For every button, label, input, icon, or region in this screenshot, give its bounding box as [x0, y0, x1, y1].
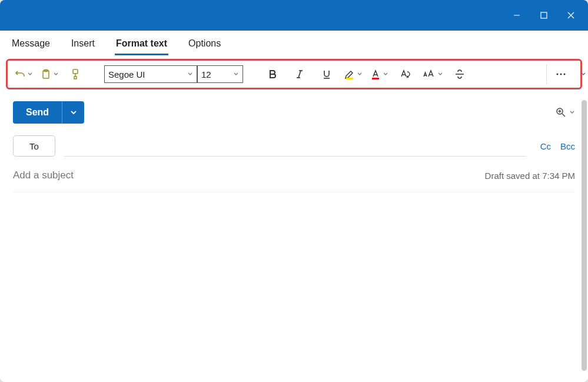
- svg-point-15: [560, 74, 562, 75]
- cc-link[interactable]: Cc: [540, 141, 551, 151]
- tab-format-text[interactable]: Format text: [115, 32, 168, 55]
- font-controls: Segoe UI 12: [104, 65, 243, 83]
- subject-input[interactable]: [13, 170, 350, 181]
- close-button[interactable]: [557, 4, 584, 27]
- svg-rect-11: [346, 78, 353, 79]
- send-group: Send: [13, 101, 84, 124]
- maximize-button[interactable]: [530, 4, 557, 27]
- strikethrough-button[interactable]: [449, 64, 470, 85]
- svg-rect-12: [372, 78, 379, 79]
- compose-window: Message Insert Format text Options: [0, 0, 588, 382]
- underline-button[interactable]: [316, 64, 337, 85]
- format-text-ribbon: Segoe UI 12: [6, 59, 582, 89]
- bold-button[interactable]: [262, 64, 283, 85]
- change-case-button[interactable]: [422, 64, 443, 84]
- message-body[interactable]: [13, 192, 575, 382]
- compose-area: Send To Cc Bcc Draft saved at 7:34: [0, 89, 588, 382]
- to-button[interactable]: To: [13, 135, 55, 157]
- clear-formatting-button[interactable]: [395, 64, 416, 85]
- paste-button[interactable]: [39, 64, 59, 84]
- font-color-button[interactable]: [369, 64, 389, 84]
- to-field[interactable]: [64, 135, 526, 157]
- svg-point-14: [556, 74, 558, 75]
- cc-bcc-links: Cc Bcc: [534, 141, 575, 151]
- ribbon-overflow-button[interactable]: [546, 64, 574, 84]
- titlebar: [0, 0, 588, 31]
- font-size-value: 12: [201, 69, 211, 79]
- tab-options[interactable]: Options: [187, 32, 222, 55]
- highlight-color-button[interactable]: [343, 64, 363, 84]
- send-button[interactable]: Send: [13, 101, 62, 124]
- zoom-control[interactable]: [555, 107, 575, 118]
- font-size-select[interactable]: 12: [197, 65, 243, 83]
- minimize-button[interactable]: [503, 4, 530, 27]
- svg-rect-1: [541, 12, 547, 18]
- tab-message[interactable]: Message: [11, 32, 51, 55]
- format-painter-button[interactable]: [65, 64, 85, 84]
- italic-button[interactable]: [289, 64, 310, 85]
- bcc-link[interactable]: Bcc: [560, 141, 575, 151]
- svg-line-9: [298, 71, 301, 78]
- scrollbar[interactable]: [582, 100, 587, 371]
- ribbon-tabs: Message Insert Format text Options: [0, 31, 588, 57]
- undo-button[interactable]: [14, 64, 34, 84]
- svg-rect-6: [73, 69, 78, 74]
- tab-insert[interactable]: Insert: [70, 32, 96, 55]
- font-name-select[interactable]: Segoe UI: [104, 65, 197, 83]
- svg-point-16: [563, 74, 565, 75]
- draft-status: Draft saved at 7:34 PM: [485, 171, 575, 181]
- ribbon-expand-toggle[interactable]: [579, 67, 587, 81]
- svg-line-18: [562, 114, 565, 117]
- font-name-value: Segoe UI: [108, 69, 145, 79]
- send-options-button[interactable]: [62, 101, 84, 124]
